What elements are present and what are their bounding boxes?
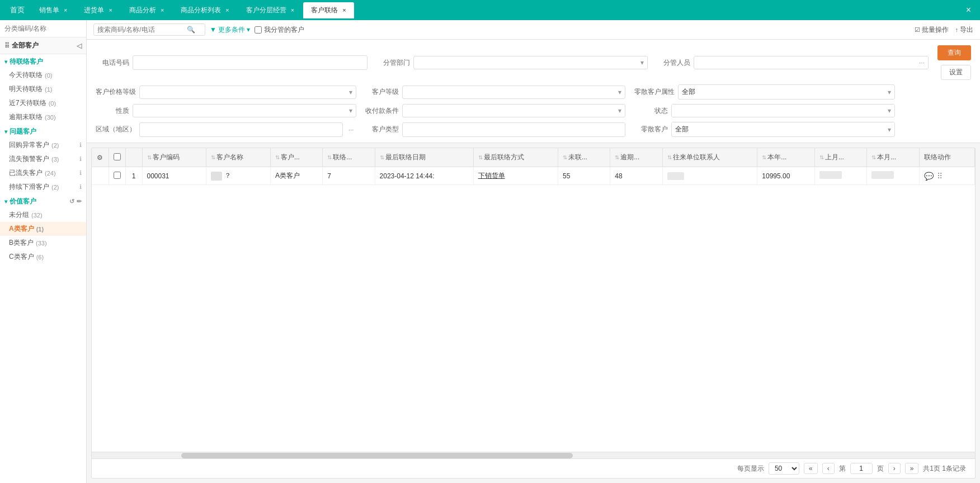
export-btn[interactable]: ↑ 导出: [955, 25, 974, 35]
problem-customer-group[interactable]: ▾ 问题客户: [0, 124, 86, 138]
tab-analysis-list-close[interactable]: ×: [225, 7, 229, 13]
filter-nature-select[interactable]: ▾: [133, 104, 356, 117]
filter-person-select[interactable]: ···: [694, 56, 929, 69]
th-customer-code[interactable]: ⇅客户编码: [142, 148, 206, 167]
th-last-contact-date[interactable]: ⇅最后联络日期: [375, 148, 473, 167]
query-button[interactable]: 查询: [937, 45, 971, 60]
filter-status-select[interactable]: ▾: [671, 104, 895, 117]
tab-sales-close[interactable]: ×: [64, 7, 67, 13]
all-customers-header[interactable]: ⠿ 全部客户 ◁: [0, 37, 86, 54]
last-page-btn[interactable]: »: [905, 463, 919, 474]
refresh-icon[interactable]: ↺: [69, 198, 74, 205]
table-scroll-wrap[interactable]: ⚙ ⇅客户编码 ⇅客户名称 ⇅客户... ⇅联络... ⇅最后联络日期 ⇅最后: [92, 148, 975, 452]
unit-contact-avatar: [667, 172, 684, 180]
content-area: 🔍 ▼ 更多条件 ▾ 我分管的客户 ☑ 批量操作 ↑ 导出: [87, 20, 980, 483]
filter-customer-type-input[interactable]: [402, 122, 626, 137]
tab-customer-contact-close[interactable]: ×: [342, 7, 346, 13]
close-app-button[interactable]: ×: [962, 3, 976, 17]
dept-arrow-icon: ▾: [640, 59, 644, 67]
th-this-month[interactable]: ⇅本月...: [867, 148, 919, 167]
filter-retail-select[interactable]: 全部 ▾: [671, 122, 895, 137]
page-input[interactable]: [850, 463, 873, 474]
th-last-contact-method[interactable]: ⇅最后联络方式: [473, 148, 558, 167]
first-page-btn[interactable]: «: [804, 463, 818, 474]
sidebar-item-7day-contact[interactable]: 近7天待联络 (0): [0, 96, 86, 110]
tab-analysis-list[interactable]: 商品分析列表 ×: [173, 2, 237, 18]
more-filter-btn[interactable]: ▼ 更多条件 ▾: [210, 25, 250, 35]
filter-arrow: ▾: [247, 26, 250, 34]
chat-icon[interactable]: 💬: [924, 172, 934, 181]
pending-arrow: ▾: [4, 59, 7, 65]
th-checkbox: [109, 148, 125, 167]
sidebar-item-tomorrow-contact[interactable]: 明天待联络 (1): [0, 82, 86, 96]
table-row: 1 000031 ？ A类客户 7 2023-04-12 14:44: 下销货单…: [92, 167, 975, 185]
filter-phone-input[interactable]: [133, 55, 368, 70]
nature-arrow-icon: ▾: [349, 107, 352, 115]
nav-home[interactable]: 首页: [4, 2, 30, 18]
sidebar-item-today-contact[interactable]: 今天待联络 (0): [0, 68, 86, 82]
filter-payment-select[interactable]: ▾: [402, 104, 626, 117]
filter-row-3: 性质 ▾ 收付款条件 ▾ 状态: [96, 104, 971, 117]
region-dots-btn[interactable]: ···: [346, 126, 356, 134]
th-settings[interactable]: ⚙: [92, 148, 109, 167]
name-avatar: [211, 172, 222, 181]
tab-analysis[interactable]: 商品分析 ×: [121, 2, 172, 18]
th-overdue[interactable]: ⇅逾期...: [610, 148, 662, 167]
th-this-year[interactable]: ⇅本年...: [757, 148, 815, 167]
row-checkbox[interactable]: [114, 172, 121, 179]
collapse-sidebar-btn[interactable]: ◁: [77, 42, 82, 50]
th-last-month[interactable]: ⇅上月...: [814, 148, 866, 167]
share-icon[interactable]: ⠿: [937, 172, 943, 181]
sidebar-item-a-class[interactable]: A类客户 (1): [0, 222, 86, 236]
my-customer-checkbox-wrap[interactable]: 我分管的客户: [255, 25, 304, 35]
my-customer-checkbox[interactable]: [255, 26, 262, 34]
sidebar-item-overdue-contact[interactable]: 逾期未联络 (30): [0, 110, 86, 124]
value-customer-group[interactable]: ▾ 价值客户 ↺ ✏: [0, 194, 86, 208]
tab-analysis-close[interactable]: ×: [161, 7, 164, 13]
tab-customer-seg[interactable]: 客户分层经营 ×: [238, 2, 302, 18]
filter-price-level-select[interactable]: ▾: [139, 86, 356, 99]
value-arrow: ▾: [4, 198, 7, 205]
edit-icon[interactable]: ✏: [77, 198, 82, 205]
select-all-checkbox[interactable]: [114, 153, 121, 160]
th-customer-name[interactable]: ⇅客户名称: [206, 148, 271, 167]
th-no-contact[interactable]: ⇅未联...: [558, 148, 610, 167]
th-contact[interactable]: ⇅联络...: [323, 148, 375, 167]
sidebar-item-c-class[interactable]: C类客户 (6): [0, 250, 86, 264]
action-icons: 💬 ⠿: [924, 172, 970, 181]
horizontal-scrollbar-thumb[interactable]: [181, 453, 573, 458]
td-last-method[interactable]: 下销货单: [473, 167, 558, 185]
th-customer-type[interactable]: ⇅客户...: [270, 148, 322, 167]
filter-customer-level: 客户等级 ▾: [365, 86, 626, 99]
data-table: ⚙ ⇅客户编码 ⇅客户名称 ⇅客户... ⇅联络... ⇅最后联络日期 ⇅最后: [92, 148, 975, 185]
sidebar: 🔍 ⠿ 全部客户 ◁ ▾ 待联络客户 今天待联络 (0) 明天待联络 (1) 近…: [0, 20, 87, 483]
search-input[interactable]: [97, 26, 187, 34]
tab-sales[interactable]: 销售单 ×: [31, 2, 75, 18]
tab-customer-seg-close[interactable]: ×: [291, 7, 294, 13]
next-page-btn[interactable]: ›: [888, 463, 901, 474]
tab-purchase-close[interactable]: ×: [109, 7, 112, 13]
filter-retail-attr-select[interactable]: 全部 ▾: [678, 84, 895, 100]
sidebar-item-declining[interactable]: 持续下滑客户 (2) ℹ: [0, 180, 86, 194]
sidebar-item-churn-warning[interactable]: 流失预警客户 (3) ℹ: [0, 152, 86, 166]
filter-dept: 分管部门 ▾: [376, 56, 648, 69]
sidebar-search-input[interactable]: [4, 25, 87, 32]
prev-page-btn[interactable]: ‹: [822, 463, 835, 474]
tab-purchase[interactable]: 进货单 ×: [76, 2, 120, 18]
sidebar-item-unclassified[interactable]: 未分组 (32): [0, 208, 86, 222]
setting-button[interactable]: 设置: [941, 65, 971, 80]
pending-contact-group[interactable]: ▾ 待联络客户: [0, 54, 86, 68]
sidebar-item-churned[interactable]: 已流失客户 (24) ℹ: [0, 166, 86, 180]
last-month-placeholder: [819, 171, 842, 179]
th-unit-contact[interactable]: ⇅往来单位联系人: [662, 148, 757, 167]
search-icon[interactable]: 🔍: [187, 26, 195, 34]
tab-customer-contact[interactable]: 客户联络 ×: [303, 2, 354, 18]
sidebar-item-abnormal-repurchase[interactable]: 回购异常客户 (2) ℹ: [0, 138, 86, 152]
filter-region-input[interactable]: [139, 122, 343, 137]
filter-customer-level-select[interactable]: ▾: [402, 86, 626, 99]
page-size-select[interactable]: 50 100 200: [769, 462, 799, 475]
td-overdue: 48: [610, 167, 662, 185]
filter-dept-select[interactable]: ▾: [413, 56, 648, 69]
sidebar-item-b-class[interactable]: B类客户 (33): [0, 236, 86, 250]
batch-operation-btn[interactable]: ☑ 批量操作: [915, 25, 949, 35]
